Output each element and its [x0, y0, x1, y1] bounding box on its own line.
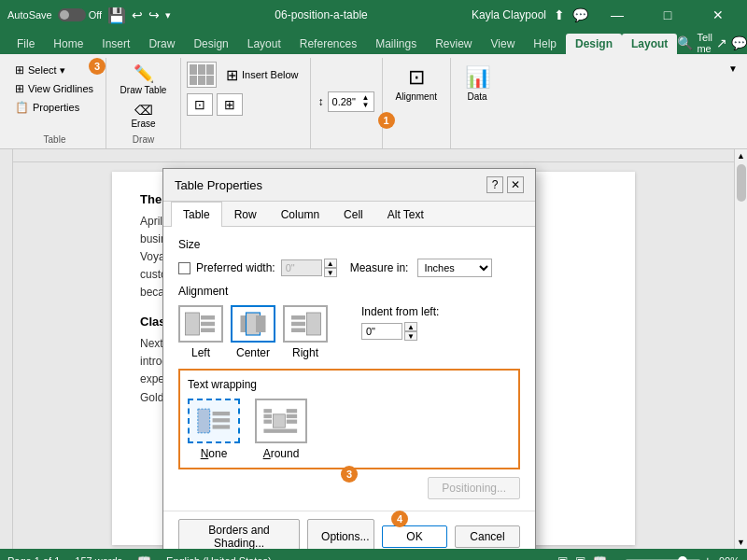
title-bar-center: 06-position-a-table	[171, 8, 472, 21]
search-label[interactable]: Tell me	[697, 32, 712, 54]
wrap-none-label: NNoneone	[201, 447, 228, 460]
maximize-button[interactable]: □	[646, 0, 689, 30]
vertical-ruler	[0, 149, 13, 549]
indent-input[interactable]	[361, 323, 402, 340]
align-center-box	[231, 305, 275, 343]
tab-mailings[interactable]: Mailings	[366, 34, 426, 54]
tab-layout-doc[interactable]: Layout	[238, 34, 290, 54]
tab-review[interactable]: Review	[426, 34, 481, 54]
draw-group-label: Draw	[112, 134, 175, 145]
tab-file[interactable]: File	[7, 34, 44, 54]
read-icon[interactable]: 📖	[593, 554, 607, 560]
comments-icon[interactable]: 💬	[572, 7, 588, 22]
split-icon[interactable]: ⊞	[217, 93, 243, 116]
tab-references[interactable]: References	[290, 34, 366, 54]
zoom-out-btn[interactable]: −	[614, 553, 622, 560]
dialog-tabs: Table Row Column Cell Alt Text	[163, 202, 535, 227]
dialog-title-buttons: ? ✕	[486, 176, 524, 193]
autosave-toggle[interactable]: Off	[58, 8, 102, 21]
dialog-overlay: Table Properties ? ✕ Table Row Column Ce…	[13, 149, 734, 549]
dialog-close-button[interactable]: ✕	[507, 176, 524, 193]
indent-spinner-up[interactable]: ▲	[404, 322, 417, 331]
merge-icon[interactable]: ⊡	[187, 93, 213, 116]
redo-icon[interactable]: ↪	[148, 7, 160, 22]
options-button[interactable]: Options...	[307, 519, 374, 549]
align-right-option[interactable]: Right	[283, 305, 328, 359]
dialog-tab-alt-text[interactable]: Alt Text	[375, 202, 436, 227]
borders-shading-button[interactable]: Borders and Shading...	[178, 519, 300, 549]
dialog-tab-column[interactable]: Column	[269, 202, 331, 227]
save-icon[interactable]: 💾	[107, 7, 126, 24]
width-spinner-up[interactable]: ▲	[324, 259, 337, 268]
tab-design-doc[interactable]: Design	[184, 34, 237, 54]
align-left-option[interactable]: Left	[178, 305, 223, 359]
tab-table-layout[interactable]: Layout	[622, 34, 677, 54]
vertical-scrollbar[interactable]: ▲ ▼	[734, 149, 747, 549]
ok-button[interactable]: OK	[382, 525, 447, 548]
tab-draw[interactable]: Draw	[139, 34, 184, 54]
undo-icon[interactable]: ↩	[132, 7, 143, 22]
erase-icon: ⌫	[134, 103, 153, 118]
scroll-down-arrow[interactable]: ▼	[735, 536, 748, 549]
align-options: Left	[178, 305, 328, 359]
dialog-title: Table Properties	[175, 178, 262, 192]
dialog-help-button[interactable]: ?	[486, 176, 503, 193]
tab-home[interactable]: Home	[44, 34, 92, 54]
width-input[interactable]	[281, 259, 322, 276]
preferred-width-checkbox[interactable]	[178, 262, 190, 274]
dialog-tab-row[interactable]: Row	[222, 202, 269, 227]
indent-spinner[interactable]: ▲ ▼	[404, 322, 417, 341]
tab-insert[interactable]: Insert	[92, 34, 139, 54]
draw-table-button[interactable]: ✏️ Draw Table	[112, 62, 175, 97]
scroll-thumb[interactable]	[737, 164, 746, 202]
wrap-none-option[interactable]: NNoneone	[188, 399, 240, 460]
select-button[interactable]: ⊞ Select ▾ 3	[9, 62, 100, 78]
scroll-up-arrow[interactable]: ▲	[735, 149, 748, 162]
width-input-group: ▲ ▼	[281, 259, 337, 277]
svg-rect-14	[213, 425, 231, 428]
text-wrapping-label: Text wrapping	[188, 378, 511, 391]
insert-below-button[interactable]: ⊞ Insert Below	[220, 63, 304, 88]
height-down-btn[interactable]: ▼	[362, 102, 370, 109]
focus-icon[interactable]: ▣	[557, 554, 568, 560]
wrap-none-icon	[195, 404, 233, 438]
svg-rect-18	[263, 414, 272, 418]
height-icon: ↕	[318, 95, 324, 108]
tab-table-design[interactable]: Design	[566, 34, 622, 54]
share-icon[interactable]: ⬆	[554, 7, 565, 22]
align-center-option[interactable]: Center	[231, 305, 275, 359]
dialog-tab-cell[interactable]: Cell	[331, 202, 375, 227]
cancel-button[interactable]: Cancel	[455, 525, 520, 548]
search-icon[interactable]: 🔍	[677, 35, 693, 50]
view-gridlines-button[interactable]: ⊞ View Gridlines	[9, 80, 100, 97]
ribbon-collapse-btn[interactable]: ▼	[726, 62, 740, 75]
width-spinner-down[interactable]: ▼	[324, 268, 337, 277]
svg-rect-19	[287, 414, 297, 418]
measure-in-select[interactable]: Inches	[417, 259, 492, 277]
minimize-button[interactable]: —	[596, 0, 639, 30]
properties-button[interactable]: 📋 Properties	[9, 99, 100, 116]
alignment-button[interactable]: ⊡ Alignment	[390, 62, 443, 105]
positioning-button[interactable]: Positioning...	[428, 477, 520, 499]
svg-rect-20	[263, 420, 272, 424]
erase-button[interactable]: ⌫ Erase	[112, 101, 175, 131]
dialog-footer: Borders and Shading... Options... 4 OK C…	[163, 511, 535, 549]
dialog-tab-table[interactable]: Table	[171, 202, 222, 227]
tab-view[interactable]: View	[482, 34, 525, 54]
svg-rect-21	[287, 420, 297, 424]
tab-help[interactable]: Help	[524, 34, 566, 54]
layout-icon[interactable]: ▣	[575, 554, 585, 560]
data-button[interactable]: 📊 Data	[458, 62, 496, 105]
comments-ribbon-icon[interactable]: 💬	[731, 35, 747, 50]
alignment-options-row: Left	[178, 305, 520, 359]
zoom-in-btn[interactable]: +	[704, 553, 712, 560]
zoom-percent[interactable]: 90%	[719, 555, 740, 560]
wrap-around-option[interactable]: Around	[255, 399, 307, 460]
view-gridlines-label: View Gridlines	[28, 83, 93, 94]
indent-spinner-down[interactable]: ▼	[404, 331, 417, 341]
properties-label: Properties	[33, 102, 79, 113]
share-ribbon-icon[interactable]: ↗	[716, 35, 727, 50]
close-button[interactable]: ✕	[697, 0, 740, 30]
proofing-icon[interactable]: 📖	[137, 554, 151, 560]
width-spinner[interactable]: ▲ ▼	[324, 259, 337, 277]
